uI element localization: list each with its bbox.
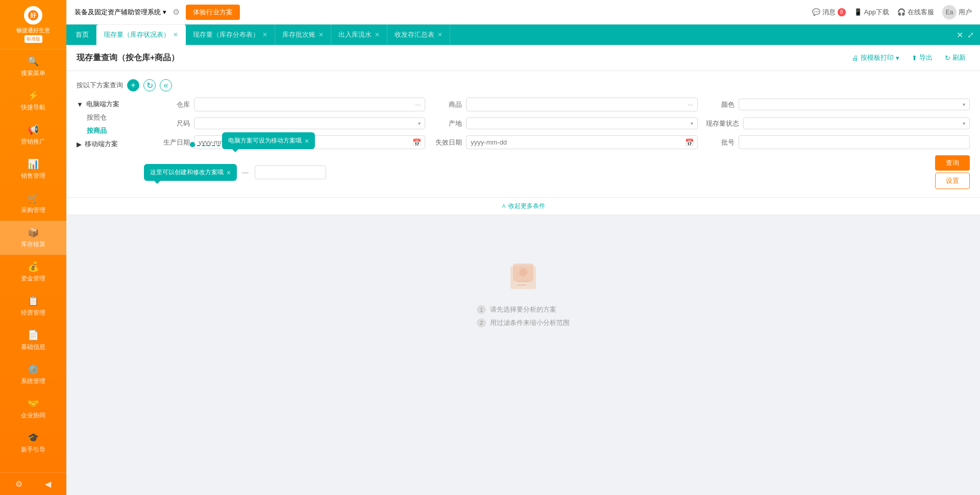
goods-dots[interactable]: ··· bbox=[688, 101, 693, 108]
sidebar-item-label: 快捷导航 bbox=[21, 103, 45, 112]
search-btn[interactable]: 查询 bbox=[935, 155, 970, 171]
tab-close-inventory-status[interactable]: ✕ bbox=[173, 31, 178, 38]
color-select[interactable]: ▾ bbox=[739, 99, 970, 110]
sidebar-bottom: ⚙ ◀ bbox=[0, 473, 66, 495]
sidebar-item-label: 经营管理 bbox=[21, 309, 45, 317]
sidebar-item-finance[interactable]: 💰 资金管理 bbox=[0, 255, 66, 289]
money-icon: 💰 bbox=[28, 261, 39, 272]
search-icon: 🔍 bbox=[28, 56, 39, 67]
scheme-item-by-warehouse[interactable]: 按照仓 bbox=[77, 111, 153, 124]
export-btn[interactable]: ⬆ 导出 bbox=[908, 51, 937, 64]
exp-date-calendar-icon[interactable]: 📅 bbox=[685, 138, 694, 147]
refresh-btn[interactable]: ↻ 刷新 bbox=[941, 51, 970, 64]
app-download-btn[interactable]: 📱 App下载 bbox=[854, 8, 889, 17]
tab-collect-summary[interactable]: 收发存汇总表 ✕ bbox=[387, 25, 450, 45]
collapse-bar[interactable]: ∧ 收起更多条件 bbox=[66, 198, 980, 215]
field-origin: 产地 ▾ bbox=[433, 117, 697, 129]
connector-dot bbox=[190, 142, 195, 147]
field-color: 颜色 ▾ bbox=[706, 99, 970, 110]
scheme-desktop-label: 电脑端方案 bbox=[86, 100, 119, 109]
tab-close-batch-ledger[interactable]: ✕ bbox=[318, 31, 324, 38]
collapse-sidebar-btn[interactable]: ◀ bbox=[45, 479, 51, 489]
message-btn[interactable]: 💬 消息 8 bbox=[812, 8, 846, 17]
batch-input[interactable] bbox=[739, 135, 970, 149]
sidebar-item-quick-nav[interactable]: ⚡ 快捷导航 bbox=[0, 84, 66, 118]
scheme-group-mobile-header[interactable]: ▶ 移动端方案 bbox=[77, 137, 153, 151]
warehouse-select[interactable]: ··· bbox=[194, 98, 425, 111]
tab-collect-summary-label: 收发存汇总表 bbox=[395, 30, 434, 39]
sidebar-item-inventory[interactable]: 📦 库存核算 bbox=[0, 221, 66, 255]
tab-home-label: 首页 bbox=[76, 30, 89, 39]
online-service-label: 在线客服 bbox=[908, 8, 934, 17]
tab-close-in-out-flow[interactable]: ✕ bbox=[375, 31, 380, 38]
tooltip-create-text: 这里可以创建和修改方案哦 bbox=[150, 168, 224, 177]
scheme-item-by-goods[interactable]: 按商品 bbox=[77, 124, 153, 137]
industry-btn[interactable]: 体验行业方案 bbox=[186, 5, 240, 20]
tab-in-out-flow[interactable]: 出入库流水 ✕ bbox=[331, 25, 387, 45]
sidebar-item-sales[interactable]: 📊 销售管理 bbox=[0, 152, 66, 186]
tab-inventory-status-label: 现存量（库存状况表） bbox=[104, 30, 170, 39]
sidebar-item-marketing[interactable]: 📢 营销推广 bbox=[0, 118, 66, 152]
set-btn[interactable]: 设置 bbox=[935, 173, 970, 189]
sidebar-item-label: 搜索菜单 bbox=[21, 69, 45, 78]
edit-scheme-btn[interactable]: ↻ bbox=[143, 79, 156, 91]
scheme-item-label: 按照仓 bbox=[87, 113, 107, 121]
refresh-icon: ↻ bbox=[945, 54, 950, 62]
main-content: 装备及固定资产辅助管理系统 ▾ ⚙ 体验行业方案 💬 消息 8 📱 App下载 … bbox=[66, 0, 980, 495]
print-label: 按模板打印 bbox=[861, 53, 894, 62]
collapse-label: 收起更多条件 bbox=[508, 202, 545, 209]
export-label: 导出 bbox=[919, 53, 933, 62]
box-icon: 📦 bbox=[28, 227, 39, 238]
megaphone-icon: 📢 bbox=[28, 124, 39, 135]
origin-arrow-icon: ▾ bbox=[691, 121, 693, 126]
close-all-tabs-btn[interactable]: ✕ bbox=[957, 30, 963, 40]
settings-bottom-btn[interactable]: ⚙ bbox=[15, 479, 22, 489]
filter-row-1: 仓库 ··· 商品 ··· bbox=[161, 98, 970, 111]
sidebar-item-operations[interactable]: 📋 经营管理 bbox=[0, 289, 66, 323]
sidebar-item-purchase[interactable]: 🛒 采购管理 bbox=[0, 186, 66, 221]
system-name-dropdown[interactable]: 装备及固定资产辅助管理系统 ▾ bbox=[75, 8, 166, 17]
tab-batch-ledger[interactable]: 库存批次账 ✕ bbox=[275, 25, 331, 45]
mfg-date-calendar-icon[interactable]: 📅 bbox=[412, 138, 421, 147]
goods-select[interactable]: ··· bbox=[466, 98, 697, 111]
filter-label: 按以下方案查询 bbox=[77, 81, 123, 90]
sidebar-item-guide[interactable]: 🎓 新手引导 bbox=[0, 426, 66, 460]
settings-gear-btn[interactable]: ⚙ bbox=[173, 7, 180, 17]
user-profile-btn[interactable]: Ea 用户 bbox=[942, 5, 972, 19]
stock-main-to[interactable] bbox=[255, 166, 326, 179]
tooltip-scheme-close[interactable]: × bbox=[305, 137, 309, 145]
doc-icon: 📄 bbox=[28, 329, 39, 341]
field-batch: 批号 bbox=[706, 135, 970, 149]
stock-status-select[interactable]: ▾ bbox=[743, 117, 970, 129]
stock-status-arrow-icon: ▾ bbox=[963, 121, 965, 126]
tooltip-create-close[interactable]: × bbox=[227, 169, 231, 177]
size-arrow-icon: ▾ bbox=[418, 121, 421, 126]
filter-header: 按以下方案查询 + ↻ « bbox=[77, 79, 970, 91]
exp-date-input[interactable] bbox=[466, 135, 697, 149]
tab-close-inventory-dist[interactable]: ✕ bbox=[262, 31, 267, 38]
sidebar-item-basic[interactable]: 📄 基础信息 bbox=[0, 323, 66, 358]
back-scheme-btn[interactable]: « bbox=[160, 79, 172, 91]
print-icon: 🖨 bbox=[852, 54, 859, 62]
tab-home[interactable]: 首页 bbox=[68, 25, 96, 45]
size-select[interactable]: ▾ bbox=[194, 117, 425, 129]
page-header: 现存量查询（按仓库+商品） 🖨 按模板打印 ▾ ⬆ 导出 ↻ 刷新 bbox=[66, 45, 980, 71]
sidebar-item-search[interactable]: 🔍 搜索菜单 bbox=[0, 50, 66, 84]
scheme-group-desktop-header[interactable]: ▼ 电脑端方案 bbox=[77, 98, 153, 111]
tab-close-collect-summary[interactable]: ✕ bbox=[437, 31, 443, 38]
color-arrow-icon: ▾ bbox=[963, 102, 965, 107]
warehouse-dots[interactable]: ··· bbox=[415, 101, 421, 108]
tab-inventory-dist[interactable]: 现存量（库存分布表） ✕ bbox=[186, 25, 275, 45]
online-service-btn[interactable]: 🎧 在线客服 bbox=[897, 8, 934, 17]
tab-inventory-status[interactable]: 现存量（库存状况表） ✕ bbox=[96, 25, 186, 45]
maximize-btn[interactable]: ⤢ bbox=[967, 30, 974, 40]
add-scheme-btn[interactable]: + bbox=[127, 79, 139, 91]
sidebar-item-label: 采购管理 bbox=[21, 206, 45, 215]
origin-select[interactable]: ▾ bbox=[466, 117, 697, 129]
collapse-icon: ∧ bbox=[501, 202, 508, 209]
stock-status-label: 现存量状态 bbox=[706, 119, 739, 128]
print-btn[interactable]: 🖨 按模板打印 ▾ bbox=[848, 51, 903, 64]
sidebar-item-system[interactable]: ⚙️ 系统管理 bbox=[0, 358, 66, 392]
sidebar-item-enterprise[interactable]: 🤝 企业协同 bbox=[0, 392, 66, 426]
warehouse-label: 仓库 bbox=[161, 100, 190, 109]
